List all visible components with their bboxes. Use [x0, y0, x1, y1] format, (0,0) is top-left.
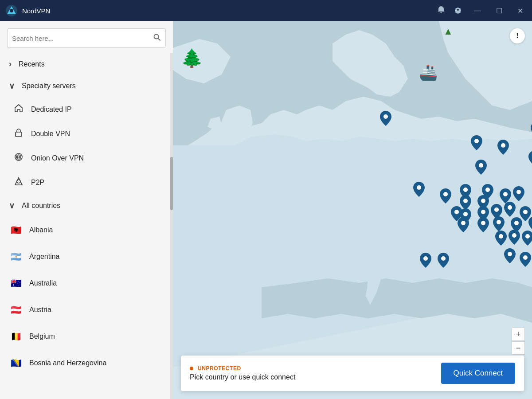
all-countries-chevron-icon: ∨ — [9, 201, 15, 211]
svg-point-41 — [481, 221, 485, 225]
minimize-button[interactable]: — — [470, 5, 485, 16]
specialty-servers-label: Specialty servers — [22, 82, 76, 90]
svg-point-9 — [17, 180, 20, 183]
sidebar-item-albania[interactable]: 🇦🇱 Albania — [0, 217, 173, 243]
map-pin[interactable] — [420, 253, 431, 270]
svg-point-27 — [516, 190, 521, 194]
all-countries-label: All countries — [22, 202, 60, 210]
svg-point-17 — [479, 163, 483, 168]
status-bar: UNPROTECTED Pick country or use quick co… — [181, 356, 524, 391]
tree-icon: 🌲 — [181, 48, 203, 69]
search-input[interactable] — [12, 35, 153, 42]
map-pin[interactable] — [477, 217, 489, 234]
albania-label: Albania — [29, 226, 53, 234]
austria-label: Austria — [29, 306, 51, 314]
sidebar-list: › Recents ∨ Specialty servers Dedicated … — [0, 53, 173, 399]
svg-point-32 — [463, 212, 468, 216]
svg-rect-4 — [16, 132, 22, 137]
notification-icon[interactable] — [437, 5, 446, 16]
sidebar-item-belgium[interactable]: 🇧🇪 Belgium — [0, 323, 173, 350]
svg-point-42 — [497, 220, 501, 224]
svg-point-22 — [463, 188, 468, 192]
bosnia-flag: 🇧🇦 — [9, 356, 23, 370]
svg-point-6 — [16, 155, 21, 159]
belgium-label: Belgium — [29, 332, 55, 340]
svg-point-14 — [501, 143, 505, 148]
map-pin[interactable] — [495, 231, 507, 247]
map-pin[interactable] — [520, 252, 531, 269]
zoom-controls: + − — [512, 328, 525, 355]
status-message: Pick country or use quick connect — [190, 373, 295, 381]
map-area: 🌲 ▲ 🚢 — [173, 21, 532, 399]
svg-point-54 — [441, 256, 446, 261]
sidebar-item-all-countries[interactable]: ∨ All countries — [0, 195, 173, 217]
map-pin[interactable] — [438, 253, 449, 270]
svg-point-49 — [525, 234, 530, 239]
svg-point-24 — [463, 199, 468, 203]
map-pin[interactable] — [504, 202, 516, 219]
svg-point-36 — [523, 210, 528, 214]
sidebar-item-austria[interactable]: 🇦🇹 Austria — [0, 297, 173, 323]
settings-icon[interactable] — [454, 5, 462, 16]
svg-point-33 — [481, 210, 485, 214]
argentina-label: Argentina — [29, 253, 60, 261]
svg-point-21 — [443, 192, 448, 196]
close-button[interactable]: ✕ — [514, 5, 527, 17]
belgium-flag: 🇧🇪 — [9, 329, 23, 344]
bosnia-label: Bosnia and Herzegovina — [29, 359, 106, 367]
svg-point-40 — [461, 221, 466, 225]
map-pin[interactable] — [458, 217, 469, 234]
map-pin[interactable] — [380, 111, 391, 128]
status-state: UNPROTECTED — [190, 365, 295, 372]
sidebar-item-recents[interactable]: › Recents — [0, 53, 173, 75]
sidebar-item-p2p[interactable]: P2P — [0, 170, 173, 195]
onion-over-vpn-label: Onion Over VPN — [31, 154, 84, 162]
svg-point-31 — [454, 210, 459, 214]
australia-label: Australia — [29, 279, 57, 287]
svg-point-35 — [508, 205, 512, 210]
sidebar-item-australia[interactable]: 🇦🇺 Australia — [0, 270, 173, 297]
svg-point-23 — [485, 188, 490, 192]
info-button[interactable]: ! — [510, 28, 525, 43]
australia-flag: 🇦🇺 — [9, 276, 23, 290]
svg-marker-8 — [15, 178, 22, 185]
sidebar-item-onion-over-vpn[interactable]: Onion Over VPN — [0, 146, 173, 170]
zoom-out-button[interactable]: − — [512, 341, 525, 355]
titlebar-left: NordVPN — [5, 4, 50, 17]
map-pin[interactable] — [504, 248, 516, 265]
quick-connect-button[interactable]: Quick Connect — [441, 363, 516, 384]
lock-icon — [12, 128, 25, 140]
app-title: NordVPN — [22, 7, 50, 15]
sidebar-item-argentina[interactable]: 🇦🇷 Argentina — [0, 243, 173, 270]
chevron-down-icon: ∨ — [9, 81, 15, 91]
map-pin[interactable] — [522, 231, 532, 247]
zoom-in-button[interactable]: + — [512, 328, 525, 341]
map-pin[interactable] — [509, 230, 520, 246]
sidebar-item-double-vpn[interactable]: Double VPN — [0, 121, 173, 146]
map-pin[interactable] — [440, 188, 451, 205]
sidebar-item-specialty-servers[interactable]: ∨ Specialty servers — [0, 75, 173, 97]
svg-point-11 — [383, 114, 388, 119]
map-pin[interactable] — [475, 160, 487, 176]
sidebar-item-bosnia[interactable]: 🇧🇦 Bosnia and Herzegovina — [0, 350, 173, 376]
map-pin[interactable] — [513, 186, 524, 203]
map-pin[interactable] — [528, 151, 532, 168]
svg-point-13 — [474, 139, 479, 143]
sidebar: › Recents ∨ Specialty servers Dedicated … — [0, 21, 173, 399]
sidebar-item-dedicated-ip[interactable]: Dedicated IP — [0, 97, 173, 121]
map-pin[interactable] — [413, 182, 425, 199]
svg-point-7 — [18, 156, 20, 158]
svg-point-53 — [423, 256, 428, 261]
svg-point-56 — [523, 255, 528, 260]
svg-point-34 — [494, 207, 499, 212]
dedicated-ip-label: Dedicated IP — [31, 106, 72, 113]
double-vpn-label: Double VPN — [31, 130, 70, 138]
svg-point-1 — [10, 9, 13, 12]
map-pin[interactable] — [471, 135, 482, 152]
titlebar: NordVPN — ☐ ✕ — [0, 0, 532, 21]
svg-line-3 — [158, 38, 160, 40]
maximize-button[interactable]: ☐ — [493, 5, 506, 17]
map-pin[interactable] — [497, 140, 509, 156]
search-bar[interactable] — [7, 28, 166, 48]
titlebar-controls: — ☐ ✕ — [437, 5, 527, 17]
